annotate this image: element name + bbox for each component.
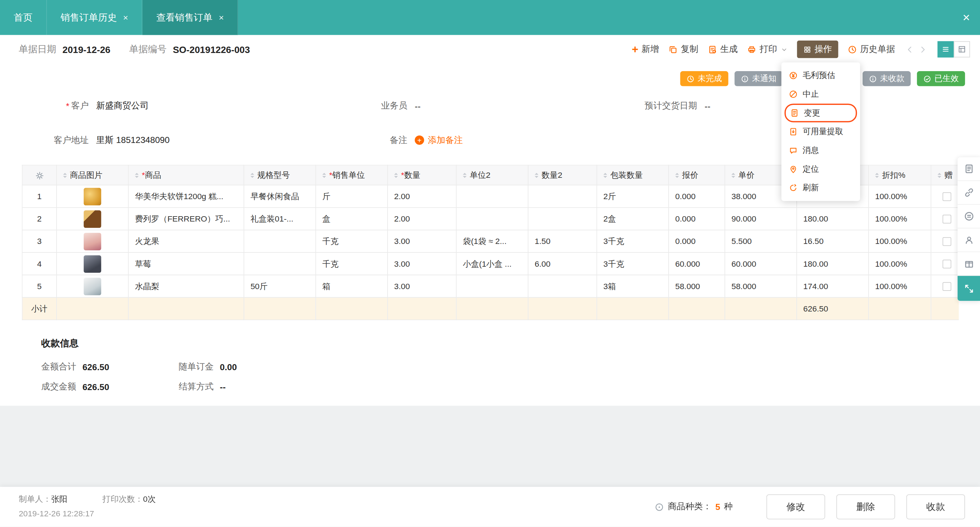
salesman-value: -- — [415, 101, 421, 111]
payment-field-4: 结算方式-- — [179, 381, 366, 393]
payment-grid: 金额合计626.50随单订金0.00成交金额626.50结算方式-- — [41, 361, 980, 393]
rail-user-icon[interactable] — [958, 228, 980, 252]
prev-doc-icon[interactable] — [906, 45, 914, 53]
customer-label: 客户 — [71, 100, 89, 112]
required-asterisk: * — [142, 170, 145, 179]
sort-icon[interactable] — [63, 171, 67, 180]
sort-icon[interactable] — [250, 171, 255, 180]
doc-pager — [906, 45, 927, 53]
rail-package-icon[interactable] — [958, 252, 980, 276]
gear-icon[interactable] — [35, 171, 44, 180]
list-view-icon — [941, 45, 950, 54]
close-icon[interactable]: × — [953, 0, 980, 35]
table-row[interactable]: 4草莓千克3.00小盒(1小盒 ...6.003千克60.00060.00018… — [22, 252, 959, 275]
package-icon — [964, 259, 974, 269]
column-header-img[interactable]: 商品图片 — [57, 165, 129, 185]
gift-checkbox[interactable] — [942, 238, 951, 246]
column-header-pkg_qty[interactable]: 包装数量 — [597, 165, 669, 185]
gift-checkbox[interactable] — [942, 260, 951, 269]
menu-item-change[interactable]: 变更 — [784, 103, 857, 122]
tab-close-icon[interactable]: × — [219, 13, 224, 22]
payment-label: 金额合计 — [41, 361, 78, 373]
sort-icon[interactable] — [675, 171, 679, 180]
gift-checkbox[interactable] — [942, 192, 951, 201]
rail-list-circle-icon[interactable] — [958, 205, 980, 229]
sort-icon[interactable] — [394, 171, 398, 180]
column-header-spec[interactable]: 规格型号 — [244, 165, 316, 185]
delivery-date-value: -- — [705, 101, 710, 111]
detail-view-button[interactable] — [954, 41, 970, 58]
rail-link-icon[interactable] — [958, 181, 980, 205]
generate-icon — [708, 45, 717, 54]
add-remark-button[interactable]: + 添加备注 — [415, 135, 463, 146]
receive-payment-button[interactable]: 收款 — [906, 494, 965, 519]
circle-dot-icon — [655, 502, 664, 511]
menu-item-locate[interactable]: 定位 — [781, 160, 860, 178]
sort-icon[interactable] — [135, 171, 139, 180]
sort-icon[interactable] — [603, 171, 608, 180]
tab-close-icon[interactable]: × — [123, 13, 128, 22]
history-icon — [848, 45, 857, 54]
doc-number: 单据编号 SO-20191226-003 — [129, 43, 250, 55]
add-button[interactable]: + 新增 — [632, 44, 659, 55]
delete-button[interactable]: 删除 — [836, 494, 895, 519]
generate-button[interactable]: 生成 — [708, 44, 738, 55]
address-value: 里斯 18512348090 — [96, 135, 169, 146]
sort-icon[interactable] — [938, 171, 942, 180]
next-doc-icon[interactable] — [919, 45, 927, 53]
menu-item-refresh[interactable]: 刷新 — [781, 178, 860, 197]
gift-checkbox[interactable] — [942, 283, 951, 291]
payment-label: 结算方式 — [179, 381, 215, 392]
menu-item-stop[interactable]: 中止 — [781, 85, 860, 104]
column-header-unit[interactable]: *销售单位 — [316, 165, 388, 185]
sort-icon[interactable] — [875, 171, 879, 180]
remark-field: 备注 + 添加备注 — [372, 135, 635, 146]
list-view-button[interactable] — [938, 41, 954, 58]
remark-label: 备注 — [390, 135, 407, 146]
tab-label: 销售订单历史 — [60, 11, 117, 23]
print-button[interactable]: 打印 — [747, 44, 788, 55]
column-header-product[interactable]: *商品 — [129, 165, 244, 185]
sort-icon[interactable] — [731, 171, 735, 180]
column-header-discount[interactable]: 折扣% — [869, 165, 931, 185]
operate-dropdown: 毛利预估中止变更可用量提取消息定位刷新 — [781, 63, 860, 201]
operate-label: 操作 — [815, 44, 832, 55]
column-header-gift[interactable]: 赠 — [931, 165, 959, 185]
side-rail — [958, 157, 980, 301]
table-row[interactable]: 2费列罗（FERRERO）巧...礼盒装01-...盒2.002盒0.00090… — [22, 208, 959, 230]
column-header-unit2[interactable]: 单位2 — [456, 165, 528, 185]
sort-icon[interactable] — [463, 171, 467, 180]
copy-button[interactable]: 复制 — [668, 44, 698, 55]
menu-item-extract[interactable]: 可用量提取 — [781, 122, 860, 141]
creator-label: 制单人： — [19, 495, 51, 504]
operate-button[interactable]: 操作 — [797, 41, 838, 58]
menu-item-message[interactable]: 消息 — [781, 141, 860, 160]
column-header-qty[interactable]: *数量 — [388, 165, 456, 185]
tab-1[interactable]: 首页 — [0, 0, 47, 35]
history-button[interactable]: 历史单据 — [848, 44, 895, 55]
expand-icon — [964, 283, 974, 294]
detail-view-icon — [958, 45, 966, 54]
copy-icon — [668, 45, 678, 54]
category-label: 商品种类： — [668, 502, 712, 513]
product-thumbnail — [84, 255, 101, 272]
column-header-quote[interactable]: 报价 — [669, 165, 725, 185]
modify-button[interactable]: 修改 — [767, 494, 825, 519]
sort-icon[interactable] — [322, 171, 326, 180]
category-count-value: 5 — [715, 502, 720, 512]
tab-3[interactable]: 查看销售订单× — [143, 0, 239, 35]
customer-value[interactable]: 新盛商贸公司 — [96, 100, 148, 112]
tab-list: 首页销售订单历史×查看销售订单× — [0, 0, 238, 35]
message-icon — [789, 146, 798, 155]
rail-notes-icon[interactable] — [958, 157, 980, 181]
column-header-qty2[interactable]: 数量2 — [528, 165, 597, 185]
sort-icon[interactable] — [535, 171, 539, 180]
rail-expand-icon[interactable] — [958, 276, 980, 301]
subtotal-row: 小计626.50 — [22, 297, 959, 320]
table-row[interactable]: 3火龙果千克3.00袋(1袋 ≈ 2...1.503千克0.0005.50016… — [22, 230, 959, 252]
tab-2[interactable]: 销售订单历史× — [47, 0, 143, 35]
table-row[interactable]: 5水晶梨50斤箱3.003箱58.00058.000174.00100.00% — [22, 275, 959, 297]
print-count-value: 0次 — [143, 495, 156, 504]
menu-item-profit[interactable]: 毛利预估 — [781, 66, 860, 85]
gift-checkbox[interactable] — [942, 215, 951, 224]
